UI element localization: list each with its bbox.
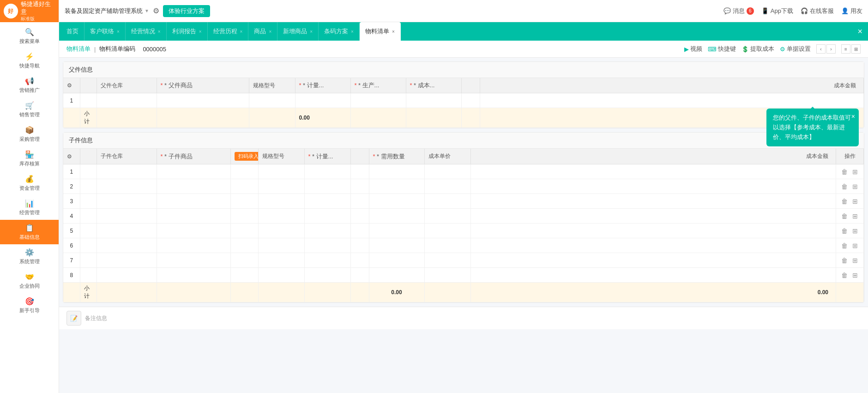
close-all-tabs[interactable]: × (854, 27, 866, 36)
list-view-btn[interactable]: ≡ (841, 44, 850, 54)
child-row-1-qty[interactable] (369, 164, 424, 179)
system-title[interactable]: 装备及固定资产辅助管理系统 ▼ (65, 7, 149, 15)
parent-subtotal-unit: 0.00 (295, 108, 350, 128)
sidebar-item-purchase[interactable]: 📦 采购管理 (0, 122, 59, 146)
sidebar-item-guide[interactable]: 🎯 新手引导 (0, 293, 59, 318)
copy-row-2-btn[interactable]: ⊞ (851, 182, 860, 191)
user-action[interactable]: 👤 用友 (841, 7, 862, 15)
copy-row-4-btn[interactable]: ⊞ (851, 212, 860, 221)
child-row-1-unit[interactable] (304, 164, 350, 179)
parent-col-warehouse: 父件仓库 (96, 78, 157, 93)
delete-row-8-btn[interactable]: 🗑 (840, 271, 849, 280)
grid-view-btn[interactable]: ⊞ (851, 44, 861, 54)
child-row-2-num: 2 (63, 179, 80, 194)
delete-row-4-btn[interactable]: 🗑 (840, 212, 849, 221)
tab-close-operation-history[interactable]: × (240, 29, 243, 34)
parent-col-goods: * * 父件商品 (157, 78, 249, 93)
tab-close-operation-status[interactable]: × (158, 29, 161, 34)
online-service-action[interactable]: 🎧 在线客服 (801, 7, 834, 15)
tooltip-close-btn[interactable]: × (851, 111, 855, 121)
sidebar-item-quicknav[interactable]: ⚡ 快捷导航 (0, 48, 59, 73)
delete-row-3-btn[interactable]: 🗑 (840, 197, 849, 206)
sidebar-item-enterprise[interactable]: 🤝 企业协同 (0, 269, 59, 293)
delete-row-1-btn[interactable]: 🗑 (840, 167, 849, 176)
prev-arrow[interactable]: ‹ (816, 44, 826, 54)
breadcrumb-link[interactable]: 物料清单 (66, 45, 90, 53)
shortcut-btn[interactable]: ⌨ 快捷键 (708, 45, 736, 53)
operation-icon: 📊 (25, 199, 34, 208)
gear-button[interactable]: ⚙ (153, 6, 159, 15)
app-download-action[interactable]: 📱 App下载 (761, 7, 793, 15)
sidebar-item-finance[interactable]: 💰 资金管理 (0, 171, 59, 195)
parent-cell-produce[interactable] (350, 93, 406, 108)
parent-subtotal-label2: 小计 (80, 108, 96, 128)
sidebar-item-operation[interactable]: 📊 经营管理 (0, 195, 59, 220)
tab-material-list[interactable]: 物料清单 × (360, 22, 401, 41)
experience-btn[interactable]: 体验行业方案 (163, 5, 210, 17)
tab-operation-status[interactable]: 经营情况 × (126, 22, 167, 41)
parent-col-unit: * * 计量... (295, 78, 350, 93)
scan-input-btn[interactable]: 扫码录入 (235, 152, 259, 161)
parent-col-spacer (461, 78, 480, 93)
tab-goods[interactable]: 商品 × (248, 22, 277, 41)
tab-close-customers[interactable]: × (117, 29, 120, 34)
notes-icon: 📝 (70, 315, 78, 322)
tab-barcode[interactable]: 条码方案 × (319, 22, 360, 41)
delete-row-2-btn[interactable]: 🗑 (840, 182, 849, 191)
tab-close-profit-report[interactable]: × (199, 29, 202, 34)
child-row-1-spec[interactable] (258, 164, 304, 179)
breadcrumb-code-value: 0000005 (143, 46, 166, 53)
copy-row-1-btn[interactable]: ⊞ (851, 167, 860, 176)
copy-row-6-btn[interactable]: ⊞ (851, 241, 860, 250)
copy-row-5-btn[interactable]: ⊞ (851, 226, 860, 236)
tab-close-barcode[interactable]: × (351, 29, 354, 34)
next-arrow[interactable]: › (826, 44, 836, 54)
tab-close-material-list[interactable]: × (392, 29, 395, 34)
tab-new-goods[interactable]: 新增商品 × (277, 22, 319, 41)
child-row-1-goods[interactable] (157, 164, 230, 179)
copy-row-8-btn[interactable]: ⊞ (851, 271, 860, 280)
copy-row-7-btn[interactable]: ⊞ (851, 256, 860, 265)
delete-row-5-btn[interactable]: 🗑 (840, 226, 849, 236)
headset-icon: 🎧 (801, 7, 808, 14)
child-col-settings[interactable]: ⚙ (63, 149, 80, 164)
tab-operation-history[interactable]: 经营历程 × (208, 22, 249, 41)
parent-cell-unit[interactable] (295, 93, 350, 108)
delete-row-7-btn[interactable]: 🗑 (840, 256, 849, 265)
parent-cell-spec[interactable] (249, 93, 295, 108)
extract-cost-btn[interactable]: 💲 提取成本 (741, 45, 774, 53)
sidebar-item-basic[interactable]: 📋 基础信息 (0, 220, 59, 244)
child-col-goods: * * 子件商品 (157, 149, 230, 164)
parent-col-settings[interactable]: ⚙ (63, 78, 80, 93)
sidebar-item-sales[interactable]: 🛒 销售管理 (0, 97, 59, 122)
parent-cell-goods[interactable] (157, 93, 249, 108)
tab-close-new-goods[interactable]: × (310, 29, 313, 34)
tab-profit-report[interactable]: 利润报告 × (167, 22, 208, 41)
bottom-notes-btn[interactable]: 📝 (66, 311, 81, 326)
tab-home[interactable]: 首页 (61, 22, 84, 41)
child-row-1-warehouse[interactable] (96, 164, 157, 179)
parent-cell-cost-amount (480, 93, 864, 108)
parent-section: 父件信息 ⚙ 父 (63, 61, 864, 128)
delete-row-6-btn[interactable]: 🗑 (840, 241, 849, 250)
single-settings-btn[interactable]: ⚙ 单据设置 (780, 45, 811, 53)
parent-cell-warehouse[interactable] (96, 93, 157, 108)
sidebar-item-marketing[interactable]: 📢 营销推广 (0, 73, 59, 97)
parent-subtotal-row: 小计 0.00 0.00 (63, 108, 864, 128)
tab-close-goods[interactable]: × (269, 29, 271, 34)
sidebar-item-search[interactable]: 🔍 搜索菜单 (0, 24, 59, 48)
message-action[interactable]: 💬 消息 6 (723, 7, 754, 15)
tab-customers[interactable]: 客户联络 × (84, 22, 126, 41)
table-row: 6 🗑⊞ (63, 238, 864, 253)
video-btn[interactable]: ▶ 视频 (684, 45, 702, 53)
sidebar: 好 畅捷通好生意 标准版 🔍 搜索菜单 ⚡ 快捷导航 📢 营销推广 🛒 销售管理… (0, 0, 59, 393)
child-row-1-unit-cost[interactable] (424, 164, 470, 179)
sidebar-item-system[interactable]: ⚙️ 系统管理 (0, 244, 59, 269)
parent-subtotal-c6 (461, 108, 480, 128)
sidebar-item-inventory[interactable]: 🏪 库存核算 (0, 146, 59, 171)
parent-subtotal-label (63, 108, 80, 128)
parent-cell-cost[interactable] (406, 93, 461, 108)
table-row: 2 🗑⊞ (63, 179, 864, 194)
copy-row-3-btn[interactable]: ⊞ (851, 197, 860, 206)
table-row: 5 🗑⊞ (63, 224, 864, 238)
